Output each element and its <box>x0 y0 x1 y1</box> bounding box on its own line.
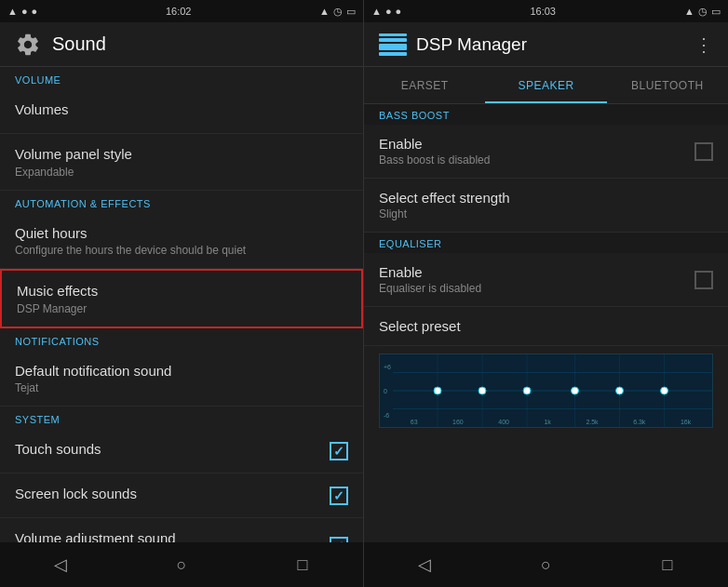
dsp-content[interactable]: BASS BOOST Enable Bass boost is disabled… <box>364 104 728 542</box>
touch-sounds-checkbox-container[interactable] <box>330 442 348 460</box>
tab-earset[interactable]: EARSET <box>364 67 485 103</box>
bottom-nav-left: ◁ ○ □ <box>0 542 363 587</box>
volume-panel-style-title: Volume panel style <box>15 145 348 164</box>
volume-adjustment-title: Volume adjustment sound <box>15 529 348 542</box>
right-status-icons-left: ▲ ◷ ▭ <box>319 6 356 18</box>
default-notification-title: Default notification sound <box>15 362 348 380</box>
volume-adjustment-item[interactable]: Volume adjustment sound Play sound when … <box>0 518 363 542</box>
screen-lock-checkbox[interactable] <box>330 487 348 505</box>
recents-button-right[interactable]: □ <box>649 546 686 583</box>
select-effect-item[interactable]: Select effect strength Slight <box>364 179 728 233</box>
sim2-icon-right: ● <box>396 6 402 17</box>
music-effects-title: Music effects <box>17 282 346 300</box>
svg-point-12 <box>572 387 579 394</box>
status-icons-right: ▲ ● ● <box>371 6 401 17</box>
right-status-icons-right: ▲ ◷ ▭ <box>684 6 721 18</box>
sound-header: Sound <box>0 22 363 67</box>
equalizer-visualization[interactable]: +6 0 -6 <box>379 354 713 428</box>
status-bar-right: ▲ ● ● 16:03 ▲ ◷ ▭ <box>364 0 728 22</box>
screen-lock-sounds-item[interactable]: Screen lock sounds <box>0 474 363 518</box>
default-notification-item[interactable]: Default notification sound Tejat <box>0 351 363 407</box>
section-automation: AUTOMATION & EFFECTS <box>0 191 363 213</box>
select-preset-item[interactable]: Select preset <box>364 307 728 346</box>
eq-svg <box>380 354 712 427</box>
bass-enable-item[interactable]: Enable Bass boost is disabled <box>364 125 728 179</box>
eq-enable-checkbox[interactable] <box>694 271 713 289</box>
time-left: 16:02 <box>166 6 192 17</box>
default-notification-subtitle: Tejat <box>15 381 348 394</box>
status-icons-left: ▲ ● ● <box>7 6 37 17</box>
volumes-item[interactable]: Volumes <box>0 89 363 134</box>
sim2-icon-left: ● <box>32 6 38 17</box>
dsp-title: DSP Manager <box>416 34 685 55</box>
eq-enable-item[interactable]: Enable Equaliser is disabled <box>364 253 728 307</box>
back-button-left[interactable]: ◁ <box>42 546 79 583</box>
wifi-icon-right: ▲ <box>371 6 382 17</box>
battery-right-icon: ▭ <box>711 6 721 18</box>
dsp-tabs: EARSET SPEAKER BLUETOOTH <box>364 67 728 104</box>
volume-panel-style-subtitle: Expandable <box>15 166 348 179</box>
svg-point-13 <box>616 387 624 394</box>
music-effects-item[interactable]: Music effects DSP Manager <box>0 269 363 328</box>
quiet-hours-subtitle: Configure the hours the device should be… <box>15 244 348 257</box>
sim-icon-right: ● <box>385 6 392 17</box>
touch-sounds-checkbox[interactable] <box>330 442 348 460</box>
tab-bluetooth[interactable]: BLUETOOTH <box>607 67 728 103</box>
section-volume: VOLUME <box>0 67 363 89</box>
time-right: 16:03 <box>530 6 556 17</box>
select-preset-title: Select preset <box>379 318 713 334</box>
clock-icon: ◷ <box>333 6 343 18</box>
screen-lock-checkbox-container[interactable] <box>330 487 348 505</box>
section-notifications: NOTIFICATIONS <box>0 328 363 351</box>
svg-point-14 <box>661 387 668 394</box>
dsp-bars-icon <box>379 33 407 56</box>
quiet-hours-item[interactable]: Quiet hours Configure the hours the devi… <box>0 213 363 270</box>
bottom-nav-right: ◁ ○ □ <box>364 542 728 587</box>
dsp-manager-panel: ▲ ● ● 16:03 ▲ ◷ ▭ DSP Manager ⋮ <box>364 0 728 587</box>
recents-button-left[interactable]: □ <box>284 546 321 583</box>
bass-enable-title: Enable <box>379 136 713 152</box>
svg-point-9 <box>434 387 441 394</box>
bass-enable-subtitle: Bass boost is disabled <box>379 153 713 167</box>
touch-sounds-item[interactable]: Touch sounds <box>0 429 363 474</box>
dsp-menu-icon[interactable]: ⋮ <box>694 33 713 56</box>
wifi-signal-icon: ▲ <box>319 6 330 17</box>
touch-sounds-title: Touch sounds <box>15 440 348 459</box>
settings-content[interactable]: VOLUME Volumes Volume panel style Expand… <box>0 67 363 542</box>
bass-enable-checkbox[interactable] <box>694 142 713 161</box>
screen-lock-sounds-title: Screen lock sounds <box>15 485 348 503</box>
sound-settings-panel: ▲ ● ● 16:02 ▲ ◷ ▭ Sound VOLUME Volumes <box>0 0 364 587</box>
home-button-right[interactable]: ○ <box>527 546 564 583</box>
select-effect-title: Select effect strength <box>379 190 713 206</box>
battery-icon-left: ▭ <box>346 6 356 18</box>
eq-freq-labels: 63 160 400 1k 2.5k 6.3k 16k <box>393 419 708 425</box>
wifi-icon-left: ▲ <box>7 6 18 17</box>
sound-title: Sound <box>52 33 106 55</box>
svg-point-10 <box>479 387 486 394</box>
quiet-hours-title: Quiet hours <box>15 224 348 243</box>
volume-adjustment-checkbox[interactable] <box>330 537 348 542</box>
clock-right-icon: ◷ <box>698 6 708 18</box>
volumes-title: Volumes <box>15 100 348 119</box>
eq-db-labels: +6 0 -6 <box>382 354 391 427</box>
home-button-left[interactable]: ○ <box>163 546 200 583</box>
equaliser-header: EQUALISER <box>364 233 728 253</box>
back-button-right[interactable]: ◁ <box>406 546 443 583</box>
tab-speaker[interactable]: SPEAKER <box>485 67 606 103</box>
dsp-header: DSP Manager ⋮ <box>364 22 728 67</box>
svg-point-11 <box>523 387 531 394</box>
section-system: SYSTEM <box>0 407 363 429</box>
status-bar-left: ▲ ● ● 16:02 ▲ ◷ ▭ <box>0 0 363 22</box>
bass-boost-header: BASS BOOST <box>364 104 728 125</box>
wifi-signal-right-icon: ▲ <box>684 6 694 17</box>
sim-icon-left: ● <box>21 6 28 17</box>
settings-gear-icon <box>15 32 41 58</box>
eq-enable-subtitle: Equaliser is disabled <box>379 282 713 295</box>
select-effect-subtitle: Slight <box>379 207 713 220</box>
music-effects-subtitle: DSP Manager <box>17 302 346 315</box>
volume-panel-style-item[interactable]: Volume panel style Expandable <box>0 134 363 191</box>
volume-adjustment-checkbox-container[interactable] <box>330 537 348 542</box>
eq-enable-title: Enable <box>379 264 713 280</box>
